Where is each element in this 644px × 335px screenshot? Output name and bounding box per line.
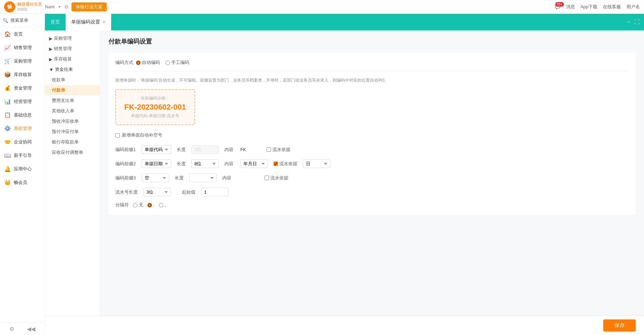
guide-icon: 📖 (4, 152, 11, 159)
user-label[interactable]: 用户名 (626, 4, 640, 10)
sub-item-adjust-label: 应收应付调整单 (52, 150, 83, 155)
liushui-3-option[interactable]: 流水依据 (265, 175, 288, 181)
auto-fill-row: 新增单据自动补空号 (115, 132, 629, 138)
sub-item-expense-label: 费用支出单 (52, 98, 74, 103)
liushui-2-option[interactable]: 流水依据 (273, 161, 297, 167)
close-tab-icon[interactable]: ✕ (102, 20, 106, 25)
auto-encoding-option[interactable]: 自动编码 (136, 59, 160, 66)
sub-item-receipts[interactable]: 收款单 (45, 75, 100, 85)
logo-icon: 畅 (4, 1, 15, 12)
length-2-select[interactable]: 8位 (191, 159, 219, 168)
liushui-3-checkbox[interactable] (265, 176, 269, 180)
finance-icon: 💰 (4, 85, 11, 91)
sub-item-pre-pay[interactable]: 预付冲应付单 (45, 127, 100, 137)
sidebar-item-home[interactable]: 🏠 首页 (0, 27, 45, 41)
sidebar-item-system[interactable]: ⚙️ 系统管理 (0, 122, 45, 135)
serial-row: 流水号长度 3位 起始值 (115, 188, 629, 196)
sidebar-item-finance[interactable]: 💰 资金管理 (0, 81, 45, 95)
length-1-select[interactable]: 2位 (191, 145, 219, 154)
length-3-select[interactable] (189, 174, 217, 182)
liushui-3-label: 流水依据 (270, 175, 288, 181)
inventory-icon: 📦 (4, 71, 11, 78)
example-code: FK-20230602-001 (124, 103, 186, 112)
start-value-input[interactable] (201, 188, 229, 196)
serial-length-select[interactable]: 3位 (143, 188, 171, 196)
online-service[interactable]: 在线客服 (603, 4, 621, 10)
serial-length-label: 流水号长度 (115, 189, 138, 195)
prefix-row-2: 编码前缀2 单据日期 长度 8位 内容 年月日 (115, 159, 629, 168)
sub-item-adjust[interactable]: 应收应付调整单 (45, 147, 100, 158)
sub-item-other-income[interactable]: 其他收入单 (45, 106, 100, 116)
gear-icon[interactable]: ⚙ (64, 4, 69, 10)
sidebar-item-apps[interactable]: 🔔 应用中心 (0, 162, 45, 176)
apps-icon: 🔔 (4, 166, 11, 172)
sub-item-bank[interactable]: 银行存取款单 (45, 137, 100, 147)
content-area: ▶ 采购管理 ▶ 销售管理 ▶ 库存核算 ▼ 资金往来 收款单 (45, 30, 644, 316)
sep-dot-radio[interactable] (147, 203, 152, 207)
sub-item-expense[interactable]: 费用支出单 (45, 95, 100, 106)
sidebar-label-system: 系统管理 (14, 125, 32, 132)
search-icon: 🔍 (3, 18, 8, 23)
prefix-1-label: 编码前缀1 (115, 147, 136, 153)
sidebar-item-purchase[interactable]: 🛒 采购管理 (0, 54, 45, 68)
sub-item-pre-collect-label: 预收冲应收单 (52, 119, 79, 124)
sub-item-receipts-label: 收款单 (52, 77, 65, 82)
app-download[interactable]: App下载 (580, 4, 597, 10)
arrow-down-icon[interactable]: ▼ (57, 4, 61, 9)
prefix-3-select[interactable]: 空 (142, 174, 169, 182)
sub-item-pre-collect[interactable]: 预收冲应收单 (45, 116, 100, 127)
sidebar-item-basic[interactable]: 📋 基础信息 (0, 108, 45, 122)
prefix-2-select[interactable]: 单据日期 (142, 159, 171, 168)
sidebar-label-apps: 应用中心 (14, 166, 32, 172)
settings-bottom-icon[interactable]: ⚙ (9, 326, 14, 332)
sidebar-label-basic: 基础信息 (14, 112, 32, 118)
sidebar: 🔍 搜索菜单 🏠 首页 📈 销售管理 🛒 采购管理 📦 库存核算 💰 资金管理 … (0, 14, 45, 335)
tab-home[interactable]: 首页 (45, 14, 66, 30)
logo-area: 畅 畅捷通好生意 旗舰版 (4, 1, 42, 12)
save-button[interactable]: 保存 (603, 319, 636, 332)
sub-group-purchase[interactable]: ▶ 采购管理 (45, 33, 100, 44)
sales-icon: 📈 (4, 44, 11, 51)
sidebar-item-management[interactable]: 📊 经营管理 (0, 95, 45, 108)
prefix-1-select[interactable]: 单据代码 (142, 145, 171, 154)
manual-encoding-option[interactable]: 手工编码 (165, 59, 189, 66)
length-3-label: 长度 (175, 175, 184, 181)
sub-group-capital[interactable]: ▼ 资金往来 (45, 64, 100, 75)
sep-none-option[interactable]: 无 (133, 202, 143, 208)
sidebar-item-guide[interactable]: 📖 新手引导 (0, 149, 45, 162)
tab-minimize-icon[interactable]: − (627, 19, 630, 25)
tab-bar: 首页 单据编码设置 ✕ − ⛶ (45, 14, 644, 30)
sep-period-radio[interactable] (159, 203, 163, 207)
sidebar-item-member[interactable]: 👑 畅会员 (0, 176, 45, 189)
message-label[interactable]: 消息 (566, 4, 575, 10)
manual-encoding-radio[interactable] (165, 61, 170, 65)
sidebar-label-purchase: 采购管理 (14, 58, 32, 64)
sub-group-inventory[interactable]: ▶ 库存核算 (45, 54, 100, 64)
separator-row: 分隔符 无 · 。 (115, 202, 629, 208)
auto-encoding-radio[interactable] (136, 61, 141, 65)
sidebar-item-sales[interactable]: 📈 销售管理 (0, 41, 45, 54)
sep-period-option[interactable]: 。 (159, 202, 169, 208)
auto-fill-checkbox[interactable] (115, 133, 120, 138)
tab-maximize-icon[interactable]: ⛶ (634, 19, 640, 25)
experience-btn[interactable]: 体验行业方案 (71, 2, 107, 11)
liushui-1-option[interactable]: 流水依据 (267, 147, 290, 153)
sub-group-sales[interactable]: ▶ 销售管理 (45, 44, 100, 54)
sep-none-label: 无 (139, 202, 143, 208)
collapse-icon[interactable]: ◀◀ (27, 326, 35, 332)
message-icon[interactable]: 💬 99+ (555, 4, 560, 9)
sep-none-radio[interactable] (133, 203, 137, 207)
granularity-select[interactable]: 日 (303, 159, 330, 168)
sub-item-payment[interactable]: 付款单 (45, 85, 100, 95)
sep-dot-label: · (153, 203, 155, 208)
liushui-2-checkbox[interactable] (273, 161, 278, 166)
sidebar-item-inventory[interactable]: 📦 库存核算 (0, 68, 45, 81)
sidebar-item-enterprise[interactable]: 🤝 企业协同 (0, 135, 45, 149)
sidebar-search[interactable]: 🔍 搜索菜单 (0, 14, 45, 27)
content-3-label: 内容 (222, 175, 233, 181)
content-2-select[interactable]: 年月日 (240, 159, 268, 168)
liushui-1-checkbox[interactable] (267, 147, 271, 152)
tab-encoding-settings[interactable]: 单据编码设置 ✕ (66, 14, 111, 30)
sub-label-sales: 销售管理 (54, 46, 72, 52)
sep-dot-option[interactable]: · (147, 203, 155, 208)
